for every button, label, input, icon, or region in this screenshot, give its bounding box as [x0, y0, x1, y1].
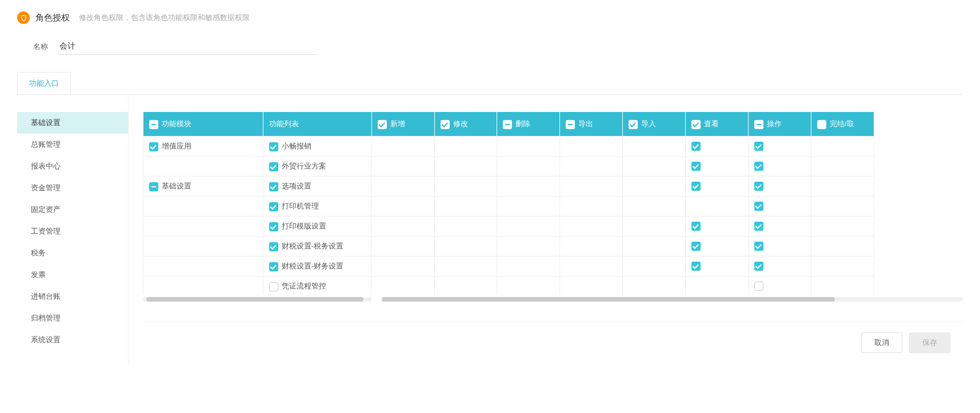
cell-action-0 [371, 216, 434, 236]
cell-action-2 [497, 236, 560, 256]
cell-action-3 [560, 216, 623, 236]
checkbox[interactable] [754, 182, 763, 191]
checkbox[interactable] [441, 120, 450, 129]
content-area: 功能模块功能列表新增修改删除导出导入查看操作完结/取 增值应用小畅报销外贸行业方… [129, 95, 963, 363]
checkbox[interactable] [754, 242, 763, 251]
cell-action-1 [434, 276, 497, 295]
cell-action-1 [434, 197, 497, 216]
cell-action-4 [623, 177, 686, 197]
checkbox[interactable] [691, 162, 701, 171]
cell-action-1 [434, 256, 497, 276]
cell-action-4 [623, 216, 686, 236]
checkbox[interactable] [566, 120, 575, 129]
cell-action-0 [371, 157, 434, 177]
cell-module [143, 236, 263, 256]
hscroll-thumb-right[interactable] [382, 297, 835, 302]
checkbox[interactable] [149, 142, 158, 151]
checkbox[interactable] [269, 162, 278, 171]
checkbox[interactable] [754, 262, 763, 271]
checkbox[interactable] [378, 120, 387, 129]
cell-module [143, 197, 263, 216]
cell-action-1 [434, 216, 497, 236]
cell-action-3 [560, 157, 623, 177]
checkbox[interactable] [503, 120, 512, 129]
col-header-9: 完结/取 [811, 112, 874, 137]
sidebar-item-0[interactable]: 基础设置 [17, 112, 128, 134]
table-row: 打印机管理 [143, 197, 874, 216]
checkbox[interactable] [754, 120, 763, 129]
hscroll-thumb-left[interactable] [146, 297, 363, 302]
tabs: 功能入口 [17, 72, 963, 95]
col-header-6: 导入 [623, 112, 686, 137]
cell-action-1 [434, 137, 497, 157]
checkbox[interactable] [269, 142, 278, 151]
hscroll-track-left[interactable] [143, 297, 371, 302]
cell-feature: 打印模版设置 [263, 216, 371, 236]
checkbox[interactable] [754, 282, 763, 291]
checkbox[interactable] [691, 242, 701, 251]
cell-action-4 [623, 276, 686, 295]
cell-action-7 [811, 157, 874, 177]
col-header-8: 操作 [749, 112, 811, 137]
checkbox[interactable] [691, 222, 701, 231]
checkbox[interactable] [269, 262, 278, 271]
checkbox[interactable] [754, 222, 763, 231]
sidebar-item-5[interactable]: 工资管理 [17, 220, 128, 242]
checkbox[interactable] [691, 262, 701, 271]
checkbox[interactable] [149, 182, 158, 191]
checkbox[interactable] [754, 162, 763, 171]
table-scroll[interactable]: 功能模块功能列表新增修改删除导出导入查看操作完结/取 增值应用小畅报销外贸行业方… [143, 112, 963, 295]
sidebar-item-9[interactable]: 归档管理 [17, 307, 128, 329]
sidebar-item-3[interactable]: 资金管理 [17, 177, 128, 199]
feature-label: 外贸行业方案 [282, 162, 326, 170]
checkbox[interactable] [754, 202, 763, 211]
checkbox[interactable] [691, 182, 701, 191]
col-header-label: 修改 [453, 119, 468, 128]
table-row: 打印模版设置 [143, 216, 874, 236]
col-header-label: 导出 [578, 119, 593, 128]
cell-action-2 [497, 216, 560, 236]
table-row: 财税设置-财务设置 [143, 256, 874, 276]
save-button[interactable]: 保存 [909, 332, 950, 353]
cell-feature: 选项设置 [263, 177, 371, 197]
page-header: 角色授权 修改角色权限，包含该角色功能权限和敏感数据权限 [17, 11, 963, 24]
sidebar-item-1[interactable]: 总账管理 [17, 134, 128, 155]
cancel-button[interactable]: 取消 [861, 332, 902, 353]
hscroll-track-right[interactable] [382, 297, 963, 302]
col-header-label: 功能模块 [162, 119, 191, 128]
feature-label: 财税设置-税务设置 [282, 242, 343, 250]
checkbox[interactable] [754, 142, 763, 151]
feature-label: 财税设置-财务设置 [282, 262, 343, 270]
cell-action-4 [623, 137, 686, 157]
tab-function-entry[interactable]: 功能入口 [17, 72, 71, 94]
sidebar-item-8[interactable]: 进销台账 [17, 286, 128, 307]
name-input[interactable] [58, 38, 315, 55]
checkbox[interactable] [269, 182, 278, 191]
cell-module [143, 216, 263, 236]
sidebar: 基础设置总账管理报表中心资金管理固定资产工资管理税务发票进销台账归档管理系统设置 [17, 95, 129, 363]
checkbox[interactable] [269, 222, 278, 231]
checkbox[interactable] [269, 242, 278, 251]
checkbox[interactable] [629, 120, 638, 129]
cell-action-3 [560, 137, 623, 157]
cell-action-0 [371, 276, 434, 295]
feature-label: 打印机管理 [282, 202, 319, 210]
checkbox[interactable] [149, 120, 158, 129]
sidebar-item-4[interactable]: 固定资产 [17, 199, 128, 220]
sidebar-item-2[interactable]: 报表中心 [17, 155, 128, 177]
checkbox[interactable] [691, 142, 701, 151]
sidebar-item-10[interactable]: 系统设置 [17, 329, 128, 351]
col-header-1: 功能列表 [263, 112, 371, 137]
checkbox[interactable] [817, 120, 826, 129]
feature-label: 凭证流程管控 [282, 282, 326, 290]
checkbox[interactable] [269, 202, 278, 211]
checkbox[interactable] [269, 282, 278, 291]
cell-action-5 [686, 137, 749, 157]
col-header-3: 修改 [434, 112, 497, 137]
sidebar-item-7[interactable]: 发票 [17, 264, 128, 286]
cell-action-7 [811, 137, 874, 157]
cell-action-3 [560, 236, 623, 256]
checkbox[interactable] [691, 120, 701, 129]
sidebar-item-6[interactable]: 税务 [17, 242, 128, 264]
page-title: 角色授权 [35, 13, 70, 23]
